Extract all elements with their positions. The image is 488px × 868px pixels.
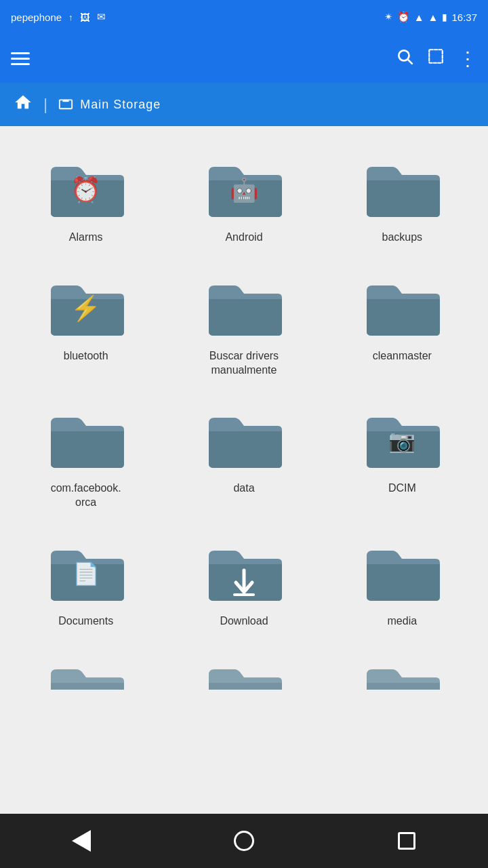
toolbar: ⋮ [0, 34, 488, 83]
storage-icon [58, 96, 73, 114]
folder-alarms[interactable]: ⏰ Alarms [7, 140, 165, 258]
bottom-navigation [0, 814, 488, 868]
menu-button[interactable] [11, 52, 30, 65]
folder-download[interactable]: Download [165, 524, 323, 642]
folder-label-cleanmaster: cleanmaster [373, 349, 432, 363]
folder-label-buscar-drivers: Buscar driversmanualmente [209, 349, 279, 378]
status-bar: pepephone ↑ 🖼 ✉ ✴ ⏰ ▲ ▲ ▮ 16:37 [0, 0, 488, 34]
search-button[interactable] [396, 47, 413, 69]
folder-buscar-drivers[interactable]: Buscar driversmanualmente [165, 258, 323, 391]
status-right: ✴ ⏰ ▲ ▲ ▮ 16:37 [384, 11, 477, 23]
breadcrumb-storage: Main Storage [58, 96, 161, 114]
folder-label-dcim: DCIM [388, 481, 416, 496]
back-icon [72, 830, 91, 852]
folder-label-android: Android [225, 231, 262, 245]
folder-bluetooth[interactable]: ⚡ bluetooth [7, 258, 165, 391]
folder-more-1[interactable] [7, 642, 165, 703]
android-icon: 🤖 [230, 176, 258, 203]
folder-label-documents: Documents [58, 614, 113, 629]
status-left: pepephone ↑ 🖼 ✉ [11, 11, 106, 23]
folder-grid: ⏰ Alarms 🤖 Android backups [0, 126, 488, 717]
svg-rect-4 [63, 100, 69, 102]
upload-icon: ↑ [68, 12, 73, 22]
folder-data[interactable]: data [165, 391, 323, 524]
home-button[interactable] [224, 821, 264, 861]
camera-icon: 📷 [388, 428, 415, 454]
folder-icon-com-facebook-orca [45, 404, 127, 472]
folder-label-data: data [233, 481, 254, 496]
folder-dcim[interactable]: 📷 DCIM [323, 391, 481, 524]
main-content: ⏰ Alarms 🤖 Android backups [0, 126, 488, 771]
recents-button[interactable] [386, 821, 427, 861]
home-breadcrumb[interactable] [14, 93, 33, 117]
battery-icon: ▮ [442, 12, 447, 22]
folder-more-2[interactable] [165, 642, 323, 703]
folder-icon-media [361, 537, 443, 605]
folder-label-bluetooth: bluetooth [64, 349, 108, 363]
folder-icon-buscar-drivers [203, 272, 285, 340]
back-button[interactable] [61, 821, 102, 861]
document-icon: 📄 [73, 561, 100, 587]
folder-label-backups: backups [382, 231, 423, 245]
folder-label-com-facebook-orca: com.facebook.orca [51, 481, 121, 510]
folder-icon-documents: 📄 [45, 537, 127, 605]
folder-media[interactable]: media [323, 524, 481, 642]
folder-icon-more-2 [203, 656, 285, 690]
home-icon [234, 831, 254, 851]
select-all-button[interactable] [427, 47, 445, 69]
alarm-icon: ⏰ [70, 176, 101, 204]
more-options-button[interactable]: ⋮ [458, 47, 477, 70]
folder-icon-data [203, 404, 285, 472]
signal-icon: ▲ [428, 12, 439, 23]
folder-icon-bluetooth: ⚡ [45, 272, 127, 340]
folder-icon-more-3 [361, 656, 443, 690]
folder-android[interactable]: 🤖 Android [165, 140, 323, 258]
wifi-icon: ▲ [414, 12, 424, 23]
svg-rect-2 [429, 50, 443, 63]
bluetooth-icon: ⚡ [70, 294, 101, 323]
time-label: 16:37 [451, 12, 477, 23]
folder-icon-more-1 [45, 656, 127, 690]
carrier-label: pepephone [11, 12, 62, 23]
folder-icon-download [203, 537, 285, 605]
recents-icon [398, 832, 415, 850]
folder-label-download: Download [220, 614, 268, 629]
folder-icon-backups [361, 153, 443, 221]
screenshot-icon: 🖼 [80, 12, 90, 23]
folder-icon-alarms: ⏰ [45, 153, 127, 221]
folder-backups[interactable]: backups [323, 140, 481, 258]
folder-icon-dcim: 📷 [361, 404, 443, 472]
breadcrumb-divider: | [43, 95, 47, 114]
svg-line-1 [408, 60, 412, 64]
email-icon: ✉ [97, 11, 106, 23]
alarm-status-icon: ⏰ [397, 11, 410, 23]
bluetooth-status-icon: ✴ [384, 11, 393, 23]
folder-icon-cleanmaster [361, 272, 443, 340]
folder-label-media: media [388, 614, 418, 629]
toolbar-left [11, 52, 30, 65]
folder-com-facebook-orca[interactable]: com.facebook.orca [7, 391, 165, 524]
folder-label-alarms: Alarms [69, 231, 103, 245]
folder-icon-android: 🤖 [203, 153, 285, 221]
breadcrumb: | Main Storage [0, 83, 488, 126]
folder-cleanmaster[interactable]: cleanmaster [323, 258, 481, 391]
toolbar-right: ⋮ [396, 47, 477, 70]
folder-more-3[interactable] [323, 642, 481, 703]
folder-documents[interactable]: 📄 Documents [7, 524, 165, 642]
storage-label: Main Storage [80, 98, 161, 112]
